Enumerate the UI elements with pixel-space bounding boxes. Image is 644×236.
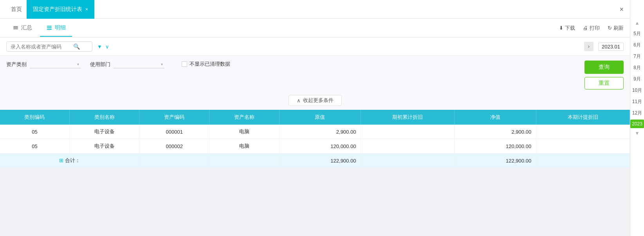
svg-rect-2 bbox=[13, 29, 18, 29]
sidebar-month-item[interactable]: 6月 bbox=[631, 39, 644, 51]
search-icon: 🔍 bbox=[73, 43, 80, 50]
cell-category-code: 05 bbox=[0, 139, 69, 154]
window-close-button[interactable]: × bbox=[619, 5, 624, 13]
tab-summary-label: 汇总 bbox=[21, 24, 32, 31]
cell-category-name: 电子设备 bbox=[69, 139, 139, 154]
total-col4 bbox=[209, 154, 279, 168]
collapse-button[interactable]: ∧ 收起更多条件 bbox=[289, 95, 342, 106]
table-header-row: 类别编码 类别名称 资产编码 资产名称 原值 期初累计折旧 净值 本期计提折旧 bbox=[0, 110, 630, 125]
cell-net-value: 2,900.00 bbox=[455, 125, 536, 139]
tab-detail[interactable]: 明细 bbox=[40, 20, 72, 37]
cell-asset-name: 电脑 bbox=[209, 139, 279, 154]
cell-original-value: 120,000.00 bbox=[279, 139, 361, 154]
col-category-code: 类别编码 bbox=[0, 110, 69, 125]
department-arrow-icon: ▾ bbox=[161, 62, 163, 66]
hide-cleared-label: 不显示已清理数据 bbox=[189, 61, 230, 68]
sidebar-month-item[interactable]: 5月 bbox=[631, 28, 644, 39]
refresh-label: 刷新 bbox=[613, 25, 624, 32]
data-table: 类别编码 类别名称 资产编码 资产名称 原值 期初累计折旧 净值 本期计提折旧 … bbox=[0, 110, 630, 168]
svg-rect-1 bbox=[13, 27, 18, 28]
filter-buttons: 查询 重置 bbox=[584, 61, 624, 89]
sidebar-month-item[interactable]: 9月 bbox=[631, 73, 644, 85]
sidebar-month-item[interactable]: 8月 bbox=[631, 62, 644, 73]
sub-tab-bar: 汇总 明细 ⬇ 下载 🖨 打印 bbox=[0, 19, 630, 38]
asset-category-group: 资产类别 ▾ bbox=[6, 61, 81, 68]
chevron-down-icon: ∨ bbox=[105, 44, 109, 50]
search-bar: 🔍 ▼ ∨ › 2023.01 bbox=[0, 38, 630, 56]
filter-icon: ▼ bbox=[97, 44, 102, 50]
download-icon: ⬇ bbox=[559, 25, 563, 31]
cell-asset-name: 电脑 bbox=[209, 125, 279, 139]
table-container: 类别编码 类别名称 资产编码 资产名称 原值 期初累计折旧 净值 本期计提折旧 … bbox=[0, 110, 630, 168]
sidebar-scroll-up[interactable]: ▲ bbox=[633, 19, 641, 27]
table-row: 05 电子设备 000001 电脑 2,900.00 2,900.00 bbox=[0, 125, 630, 139]
sidebar-month-item[interactable]: 7月 bbox=[631, 51, 644, 62]
col-asset-name: 资产名称 bbox=[209, 110, 279, 125]
hide-cleared-group: 不显示已清理数据 bbox=[182, 61, 230, 68]
sub-tabs: 汇总 明细 bbox=[6, 19, 72, 37]
tab-detail-label: 明细 bbox=[55, 24, 66, 31]
cell-current-depreciation bbox=[536, 125, 630, 139]
table-row: 05 电子设备 000002 电脑 120,000.00 120,000.00 bbox=[0, 139, 630, 154]
print-button[interactable]: 🖨 打印 bbox=[583, 25, 600, 32]
svg-rect-4 bbox=[47, 27, 52, 28]
sidebar-month-item[interactable]: 11月 bbox=[631, 96, 644, 107]
sidebar-year-badge[interactable]: 2023 bbox=[630, 120, 644, 128]
col-original-value: 原值 bbox=[279, 110, 361, 125]
cell-accum-depreciation bbox=[361, 125, 455, 139]
expand-right-button[interactable]: › bbox=[584, 42, 593, 51]
sidebar-month-item[interactable]: 12月 bbox=[631, 107, 644, 119]
more-conditions-button[interactable]: ▼ ∨ bbox=[97, 44, 109, 50]
filter-row: 资产类别 ▾ 使用部门 ▾ 不显示已清理数据 查询 重置 bbox=[0, 56, 630, 93]
svg-rect-5 bbox=[47, 29, 52, 30]
col-category-name: 类别名称 bbox=[69, 110, 139, 125]
download-label: 下载 bbox=[565, 25, 575, 32]
col-current-depreciation: 本期计提折旧 bbox=[536, 110, 630, 125]
department-select[interactable]: ▾ bbox=[114, 61, 164, 68]
search-input[interactable] bbox=[11, 44, 73, 50]
total-original-value: 122,900.00 bbox=[279, 154, 361, 168]
department-label: 使用部门 bbox=[90, 61, 110, 68]
svg-rect-3 bbox=[47, 26, 52, 27]
total-accum-depreciation bbox=[361, 154, 455, 168]
active-tab[interactable]: 固定资产折旧统计表 × bbox=[27, 0, 94, 19]
svg-rect-0 bbox=[13, 26, 18, 27]
total-row: ⊞合计： 122,900.00 122,900.00 bbox=[0, 154, 630, 168]
col-asset-code: 资产编码 bbox=[139, 110, 209, 125]
collapse-label: 收起更多条件 bbox=[303, 97, 334, 104]
total-current-depreciation bbox=[536, 154, 630, 168]
query-button[interactable]: 查询 bbox=[584, 61, 624, 74]
top-nav: 首页 固定资产折旧统计表 × × bbox=[0, 0, 630, 19]
tab-close-icon[interactable]: × bbox=[85, 7, 88, 12]
col-net-value: 净值 bbox=[455, 110, 536, 125]
active-tab-label: 固定资产折旧统计表 bbox=[33, 6, 82, 13]
reset-button[interactable]: 重置 bbox=[584, 77, 624, 89]
sidebar-month-item[interactable]: 10月 bbox=[631, 85, 644, 96]
total-col3 bbox=[139, 154, 209, 168]
toolbar-actions: ⬇ 下载 🖨 打印 ↻ 刷新 bbox=[559, 25, 624, 32]
cell-net-value: 120,000.00 bbox=[455, 139, 536, 154]
cell-asset-code: 000002 bbox=[139, 139, 209, 154]
asset-category-label: 资产类别 bbox=[6, 61, 27, 68]
col-accum-depreciation: 期初累计折旧 bbox=[361, 110, 455, 125]
date-badge: 2023.01 bbox=[598, 43, 624, 51]
total-label: ⊞合计： bbox=[0, 154, 139, 168]
hide-cleared-checkbox[interactable] bbox=[182, 61, 187, 67]
department-group: 使用部门 ▾ bbox=[90, 61, 164, 68]
asset-category-select[interactable]: ▾ bbox=[30, 61, 81, 68]
refresh-button[interactable]: ↻ 刷新 bbox=[608, 25, 624, 32]
chevron-up-icon: ∧ bbox=[297, 98, 301, 104]
collapse-row: ∧ 收起更多条件 bbox=[0, 93, 630, 110]
cell-asset-code: 000001 bbox=[139, 125, 209, 139]
download-button[interactable]: ⬇ 下载 bbox=[559, 25, 575, 32]
right-sidebar: ▲ 5月6月7月8月9月10月11月12月 2023 ▼ bbox=[630, 0, 644, 236]
cell-current-depreciation bbox=[536, 139, 630, 154]
refresh-icon: ↻ bbox=[608, 25, 612, 31]
tab-summary[interactable]: 汇总 bbox=[6, 20, 38, 37]
search-input-wrap[interactable]: 🔍 bbox=[6, 41, 92, 52]
nav-home[interactable]: 首页 bbox=[6, 6, 27, 13]
sidebar-scroll-down[interactable]: ▼ bbox=[633, 129, 641, 138]
cell-original-value: 2,900.00 bbox=[279, 125, 361, 139]
cell-accum-depreciation bbox=[361, 139, 455, 154]
layers-icon bbox=[13, 25, 19, 31]
